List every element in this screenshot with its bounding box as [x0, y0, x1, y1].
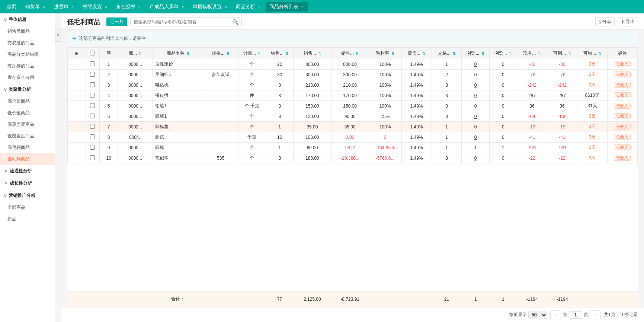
col-sales-qty[interactable]: 销售... ⇅: [266, 48, 294, 59]
nav-permissions-close[interactable]: ×: [105, 4, 107, 9]
row-view1[interactable]: 0: [462, 132, 489, 143]
sidebar-group-marketing[interactable]: ∨ 营销推广分析: [0, 189, 55, 202]
row-select[interactable]: [90, 61, 95, 66]
nav-sales-close[interactable]: ×: [43, 4, 45, 9]
nav-template[interactable]: 单据模板设置 ×: [189, 2, 231, 12]
sidebar-item-sales-goods[interactable]: 销售类商品: [0, 26, 55, 37]
sidebar-item-all-goods[interactable]: 全部商品: [0, 202, 55, 213]
col-view2[interactable]: 浏览... ⇅: [489, 48, 517, 59]
per-page-select[interactable]: 50 20 100: [528, 311, 547, 319]
row-view1[interactable]: 0: [462, 90, 489, 101]
sidebar-item-low-margin[interactable]: 低毛利商品: [0, 153, 55, 165]
sidebar-item-in-stock[interactable]: 有库存的商品: [0, 60, 55, 72]
nav-template-close[interactable]: ×: [225, 4, 227, 9]
filter-btn[interactable]: 近一月: [106, 17, 127, 26]
nav-roles[interactable]: 角色授权 ×: [112, 2, 144, 12]
sidebar-item-new-goods[interactable]: 新品: [0, 213, 55, 225]
col-view1[interactable]: 浏览... ⇅: [462, 48, 489, 59]
sidebar-item-high-coverage[interactable]: 高覆盖度商品: [0, 119, 55, 130]
row-checkbox[interactable]: [86, 143, 100, 153]
row-select[interactable]: [90, 124, 95, 129]
row-view1[interactable]: 0: [462, 122, 489, 132]
search-icon[interactable]: 🔍: [232, 19, 238, 25]
row-view1[interactable]: 0: [462, 59, 489, 70]
sidebar-item-capital[interactable]: 库存资金占用: [0, 72, 55, 83]
row-select[interactable]: [90, 134, 95, 139]
col-current-stock[interactable]: 现有... ⇅: [517, 48, 547, 59]
nav-analysis-list-close[interactable]: ×: [301, 4, 304, 9]
col-sales-profit[interactable]: 销售... ⇅: [331, 48, 369, 59]
nav-home[interactable]: 首页: [3, 2, 20, 12]
col-coverage[interactable]: 覆盖... ⇅: [401, 48, 432, 59]
row-select[interactable]: [90, 103, 95, 108]
sidebar-item-traded[interactable]: 交易过的商品: [0, 37, 55, 49]
nav-purchase[interactable]: 进货单 ×: [50, 2, 77, 12]
row-select[interactable]: [90, 82, 95, 87]
view1-link[interactable]: 0: [474, 114, 477, 119]
nav-sales[interactable]: 销货单 ×: [22, 2, 49, 12]
row-checkbox[interactable]: [86, 90, 100, 101]
row-view1[interactable]: 0: [462, 111, 489, 122]
col-settings[interactable]: ⚙: [68, 48, 86, 59]
row-checkbox[interactable]: [86, 153, 100, 163]
view1-link[interactable]: 0: [474, 124, 477, 130]
row-select[interactable]: [90, 93, 95, 98]
col-code[interactable]: 商... ⇅: [118, 48, 153, 59]
row-view1[interactable]: 0: [462, 153, 489, 163]
col-transaction[interactable]: 交易... ⇅: [432, 48, 462, 59]
sidebar-collapse-btn[interactable]: «: [55, 27, 61, 42]
col-sales-amount[interactable]: 销售... ⇅: [294, 48, 331, 59]
view1-link[interactable]: 0: [474, 83, 477, 88]
view1-link[interactable]: 0: [474, 156, 477, 161]
search-input[interactable]: [134, 19, 232, 25]
next-btn[interactable]: ＞: [590, 310, 601, 319]
sidebar-item-category-rate[interactable]: 商品分类助销率: [0, 49, 55, 60]
col-gross-margin[interactable]: 毛利率 ⇅: [369, 48, 401, 59]
row-select[interactable]: [90, 114, 95, 118]
nav-analysis-list[interactable]: 商品分析列表 ×: [266, 2, 307, 12]
prev-btn[interactable]: ＜: [550, 310, 561, 319]
nav-product-entry-close[interactable]: ×: [182, 4, 184, 9]
row-view1[interactable]: 0: [462, 80, 489, 90]
select-all-checkbox[interactable]: [90, 51, 95, 55]
row-checkbox[interactable]: [86, 111, 100, 122]
row-view1[interactable]: 0: [462, 70, 489, 80]
view1-link[interactable]: 1: [474, 145, 477, 150]
row-select[interactable]: [90, 155, 95, 160]
sidebar-item-low-value[interactable]: 低价值商品: [0, 107, 55, 119]
row-checkbox[interactable]: [86, 59, 100, 70]
col-unit[interactable]: 计量... ⇅: [238, 48, 266, 59]
col-available-stock[interactable]: 可用... ⇅: [547, 48, 577, 59]
row-checkbox[interactable]: [86, 101, 100, 111]
row-view1[interactable]: 0: [462, 101, 489, 111]
sidebar-item-high-margin[interactable]: 高毛利商品: [0, 142, 55, 153]
row-select[interactable]: [90, 72, 95, 77]
export-btn[interactable]: ⬆ 导出: [618, 17, 638, 26]
nav-product-entry[interactable]: 产成品入库单 ×: [146, 2, 188, 12]
col-name[interactable]: 商品名称 ⇅: [153, 48, 203, 59]
row-checkbox[interactable]: [86, 80, 100, 90]
share-btn[interactable]: ⎘ 分享: [595, 17, 615, 26]
view1-link[interactable]: 0: [474, 135, 477, 140]
col-sellable-days[interactable]: 可销... ⇅: [577, 48, 607, 59]
nav-roles-close[interactable]: ×: [138, 4, 141, 9]
nav-permissions[interactable]: 权限设置 ×: [79, 2, 111, 12]
row-checkbox[interactable]: [86, 132, 100, 143]
view1-link[interactable]: 0: [474, 103, 477, 109]
nav-analysis-close[interactable]: ×: [258, 4, 260, 9]
page-input[interactable]: [569, 311, 582, 319]
sidebar-group-growth[interactable]: ＞ 成长性分析: [0, 177, 55, 189]
row-checkbox[interactable]: [86, 122, 100, 132]
row-view1[interactable]: 1: [462, 143, 489, 153]
row-checkbox[interactable]: [86, 70, 100, 80]
nav-purchase-close[interactable]: ×: [71, 4, 74, 9]
sidebar-item-high-value[interactable]: 高价值商品: [0, 96, 55, 107]
nav-analysis[interactable]: 商品分析 ×: [232, 2, 264, 12]
sidebar-group-overview[interactable]: ∨ 整体信息: [0, 13, 55, 26]
view1-link[interactable]: 0: [474, 93, 477, 98]
row-select[interactable]: [90, 145, 95, 150]
sidebar-item-low-coverage[interactable]: 低覆盖度商品: [0, 130, 55, 142]
sidebar-group-circulation[interactable]: ＞ 流通性分析: [0, 165, 55, 177]
col-spec[interactable]: 规格... ⇅: [203, 48, 238, 59]
view1-link[interactable]: 0: [474, 62, 477, 67]
